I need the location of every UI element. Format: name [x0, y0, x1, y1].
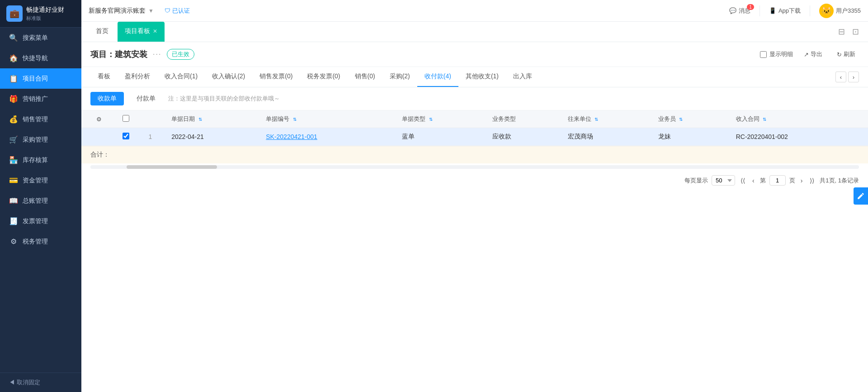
- page-number-input[interactable]: [769, 175, 786, 186]
- message-button[interactable]: 💬 消息 1: [729, 7, 750, 15]
- sub-nav-label: 税务发票(0): [307, 72, 340, 80]
- nav-prev-button[interactable]: ‹: [835, 72, 846, 82]
- tab-maximize-button[interactable]: ⊡: [850, 25, 861, 38]
- th-settings[interactable]: ⚙: [81, 110, 117, 128]
- sort-type-icon: ⇅: [429, 117, 433, 122]
- sub-nav-sales-invoice[interactable]: 销售发票(0): [252, 67, 300, 87]
- sidebar-item-ledger[interactable]: 📖 总账管理: [0, 191, 81, 211]
- book-icon: 📖: [9, 196, 18, 205]
- th-partner[interactable]: 往来单位 ⇅: [562, 110, 653, 128]
- th-date-label: 单据日期: [171, 115, 195, 122]
- total-label: 合计：: [90, 151, 109, 159]
- filter-payment-button[interactable]: 付款单: [129, 92, 163, 105]
- sub-nav-label: 采购(2): [390, 72, 410, 80]
- tab-home[interactable]: 首页: [89, 22, 116, 42]
- sidebar: 💼 畅捷通好业财 标准版 🔍 搜索菜单 🏠 快捷导航 📋 项目合同 🎁 营销推广…: [0, 0, 81, 392]
- sidebar-item-label: 税务管理: [23, 238, 48, 246]
- sidebar-item-label: 总账管理: [23, 197, 48, 205]
- th-contract[interactable]: 收入合同 ⇅: [731, 110, 868, 128]
- export-label: 导出: [811, 50, 822, 58]
- filter-note: 注：这里是与项目关联的全部收付款单哦～: [168, 95, 280, 103]
- td-salesperson: 龙妹: [653, 128, 731, 146]
- export-button[interactable]: ↗ 导出: [800, 48, 826, 60]
- sub-nav-other[interactable]: 其他收支(1): [458, 67, 506, 87]
- tab-close-icon[interactable]: ✕: [153, 28, 157, 34]
- card-icon: 💳: [9, 176, 18, 185]
- sidebar-item-marketing[interactable]: 🎁 营销推广: [0, 89, 81, 109]
- sidebar-item-invoice[interactable]: 🧾 发票管理: [0, 211, 81, 231]
- td-settings: [81, 128, 117, 146]
- th-biz-type: 业务类型: [487, 110, 562, 128]
- unpin-button[interactable]: ◀ 取消固定: [0, 373, 81, 392]
- nav-next-button[interactable]: ›: [848, 72, 859, 82]
- sub-navigation: 看板 盈利分析 收入合同(1) 收入确认(2) 销售发票(0) 税务发票(0) …: [81, 67, 868, 87]
- sub-nav-profit[interactable]: 盈利分析: [118, 67, 157, 87]
- top-header: 新服务官网演示账套 ▼ 🛡 已认证 💬 消息 1 📱 App下载 🐱 用: [81, 0, 868, 22]
- table-scrollbar-thumb[interactable]: [127, 165, 217, 169]
- sub-nav-kanban[interactable]: 看板: [90, 67, 118, 87]
- sub-nav-payment[interactable]: 收付款(4): [417, 67, 458, 87]
- user-menu[interactable]: 🐱 用户3355: [819, 4, 861, 18]
- sub-nav-income-contract[interactable]: 收入合同(1): [157, 67, 205, 87]
- tab-minimize-button[interactable]: ⊟: [836, 25, 847, 38]
- prev-page-button[interactable]: ‹: [750, 176, 756, 185]
- last-page-button[interactable]: ⟩⟩: [808, 176, 816, 185]
- sidebar-item-inventory[interactable]: 🏪 库存核算: [0, 150, 81, 170]
- th-type[interactable]: 单据类型 ⇅: [396, 110, 487, 128]
- sidebar-item-search[interactable]: 🔍 搜索菜单: [0, 28, 81, 48]
- sidebar-item-purchase[interactable]: 🛒 采购管理: [0, 129, 81, 150]
- th-contract-label: 收入合同: [736, 115, 760, 122]
- refresh-button[interactable]: ↻ 刷新: [833, 48, 859, 60]
- sub-nav-warehouse[interactable]: 出入库: [506, 67, 539, 87]
- sidebar-item-quick[interactable]: 🏠 快捷导航: [0, 48, 81, 68]
- tab-bar: 首页 项目看板 ✕ ⊟ ⊡: [81, 22, 868, 42]
- sub-nav-label: 销售(0): [355, 72, 375, 80]
- th-number[interactable]: 单据编号 ⇅: [260, 110, 396, 128]
- select-all-checkbox[interactable]: [123, 115, 129, 122]
- float-right-button[interactable]: [854, 187, 868, 205]
- sub-nav-sales[interactable]: 销售(0): [348, 67, 382, 87]
- document-number-link[interactable]: SK-20220421-001: [266, 133, 317, 140]
- sub-nav-label: 收入合同(1): [165, 72, 198, 80]
- sidebar-item-contract[interactable]: 📋 项目合同: [0, 68, 81, 89]
- sidebar-logo: 💼 畅捷通好业财 标准版: [0, 0, 81, 28]
- th-type-label: 单据类型: [402, 115, 425, 122]
- first-page-button[interactable]: ⟨⟨: [739, 176, 747, 185]
- table-scrollbar[interactable]: [90, 165, 859, 169]
- sub-nav-tax-invoice[interactable]: 税务发票(0): [300, 67, 347, 87]
- refresh-label: 刷新: [844, 50, 855, 58]
- sidebar-item-tax[interactable]: ⚙ 税务管理: [0, 231, 81, 252]
- header-left: 新服务官网演示账套 ▼ 🛡 已认证: [89, 7, 190, 15]
- per-page-select[interactable]: 50 100 200: [712, 175, 735, 186]
- td-number[interactable]: SK-20220421-001: [260, 128, 396, 146]
- app-download-label: App下载: [778, 7, 801, 15]
- table-row[interactable]: 1 2022-04-21 SK-20220421-001 蓝单 应收款 宏茂商场…: [81, 128, 868, 146]
- next-page-button[interactable]: ›: [799, 176, 805, 185]
- sidebar-item-label: 搜索菜单: [23, 34, 48, 42]
- sidebar-item-finance[interactable]: 💳 资金管理: [0, 170, 81, 191]
- table-wrapper: ⚙ 单据日期 ⇅ 单据编号 ⇅: [81, 110, 868, 146]
- certified-badge: 🛡 已认证: [165, 7, 190, 15]
- status-badge: 已生效: [167, 49, 194, 60]
- show-detail-checkbox[interactable]: [760, 51, 767, 58]
- sidebar-item-label: 营销推广: [23, 95, 48, 103]
- money-icon: 💰: [9, 115, 18, 124]
- th-seq: [135, 110, 166, 128]
- tab-project-board[interactable]: 项目看板 ✕: [118, 22, 165, 42]
- th-date[interactable]: 单据日期 ⇅: [166, 110, 260, 128]
- sub-nav-purchase[interactable]: 采购(2): [382, 67, 417, 87]
- td-date: 2022-04-21: [166, 128, 260, 146]
- sidebar-item-label: 资金管理: [23, 177, 48, 185]
- gear-icon[interactable]: ⚙: [96, 116, 102, 123]
- account-selector[interactable]: 新服务官网演示账套 ▼: [89, 7, 154, 15]
- sub-nav-income-confirm[interactable]: 收入确认(2): [205, 67, 252, 87]
- filter-receipt-button[interactable]: 收款单: [90, 92, 124, 105]
- user-avatar: 🐱: [819, 4, 834, 18]
- sidebar-item-sales[interactable]: 💰 销售管理: [0, 109, 81, 129]
- app-download-button[interactable]: 📱 App下载: [769, 7, 801, 15]
- th-salesperson[interactable]: 业务员 ⇅: [653, 110, 731, 128]
- project-more-button[interactable]: ···: [153, 50, 161, 58]
- search-icon: 🔍: [9, 33, 18, 42]
- row-checkbox[interactable]: [123, 133, 129, 139]
- sub-nav-label: 盈利分析: [125, 72, 150, 80]
